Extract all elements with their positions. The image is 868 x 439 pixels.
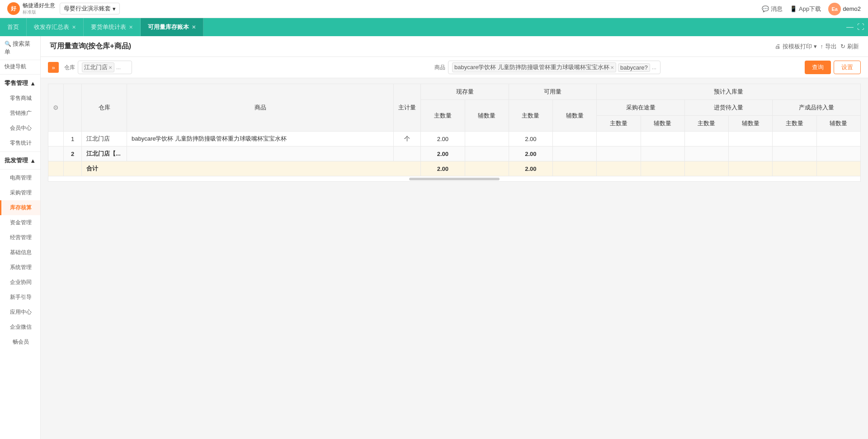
table-footer-row: 合计 2.00 2.00 [48,161,861,176]
col-incoming-main: 主数量 [684,116,728,132]
page-actions: 🖨 按模板打印 ▾ ↑ 导出 ↻ 刷新 [775,42,859,51]
row-purchase-main [597,146,641,161]
page-title: 可用量查询(按仓库+商品) [50,42,131,51]
sidebar-item-企业协同[interactable]: 企业协同 [0,275,40,290]
product-tag-1[interactable]: babycare学饮杯 儿童防摔防撞吸管杯重力球吸嘴杯宝宝水杯 ✕ [452,62,616,72]
tab-keyongliang[interactable]: 可用量库存账本 ✕ [141,18,203,36]
sidebar-section-批发管理[interactable]: 批发管理▲ [0,153,40,168]
scroll-bar[interactable] [48,176,861,182]
data-table: ⚙ 仓库 商品 主计量 现存量 可用量 预计入库量 主数量 辅数量 主数量 辅数… [48,84,861,176]
sidebar-item-采购管理[interactable]: 采购管理 [0,185,40,200]
message-btn[interactable]: 💬 消息 [762,5,783,13]
product-tag-1-remove[interactable]: ✕ [610,65,614,70]
sidebar-item-会员中心[interactable]: 会员中心 [0,121,40,136]
product-label: 商品 [434,64,445,71]
sidebar-item-畅会员[interactable]: 畅会员 [0,335,40,349]
message-icon: 💬 [762,5,769,12]
product-filter-group: 商品 babycare学饮杯 儿童防摔防撞吸管杯重力球吸嘴杯宝宝水杯 ✕ bab… [434,61,799,74]
row-stock-main: 2.00 [421,132,465,146]
row-avail-aux [553,132,597,146]
warehouse-input[interactable]: 江北门店 ✕ ... [78,61,132,74]
row-incoming-main [684,146,728,161]
tab-home[interactable]: 首页 [0,18,27,36]
col-gear[interactable]: ⚙ [48,84,64,132]
sidebar-item-零售统计[interactable]: 零售统计 [0,136,40,151]
row-gear[interactable] [48,132,64,146]
sidebar-item-基础信息[interactable]: 基础信息 [0,245,40,260]
sidebar-section-零售管理[interactable]: 零售管理▲ [0,76,40,91]
table-row: 1江北门店babycare学饮杯 儿童防摔防撞吸管杯重力球吸嘴杯宝宝水杯个2.0… [48,132,861,146]
row-purchase-aux [641,132,684,146]
row-unit [394,146,421,161]
col-planned-inbound: 预计入库量 [597,84,861,100]
tab-yaohuo-close[interactable]: ✕ [129,24,133,30]
warehouse-more[interactable]: ... [116,64,121,71]
warehouse-tag-1-remove[interactable]: ✕ [108,65,112,70]
row-production-main [773,146,816,161]
sidebar-quick-nav[interactable]: 快捷导航 [0,60,40,73]
message-label: 消息 [771,5,783,13]
row-stock-main: 2.00 [421,146,465,161]
sidebar-item-库存核算[interactable]: 库存核算 [0,200,40,215]
col-production: 产成品待入量 [773,100,861,116]
tab-yaohuo-label: 要货单统计表 [91,23,126,31]
warehouse-filter-group: 仓库 江北门店 ✕ ... [64,61,429,74]
row-num: 1 [64,132,82,146]
col-incoming-aux: 辅数量 [729,116,773,132]
col-purchase: 采购在途量 [597,100,685,116]
settings-button[interactable]: 设置 [834,61,861,74]
chevron-down-icon: ▾ [113,5,116,12]
sidebar-divider-1 [0,74,40,75]
top-bar: 好 畅捷通好生意 标准版 母婴行业演示账套 ▾ 💬 消息 📱 App下载 Ea … [0,0,868,18]
export-label: 导出 [825,42,837,51]
refresh-btn[interactable]: ↻ 刷新 [840,42,859,51]
print-label: 按模板打印 [783,42,812,51]
row-production-main [773,132,816,146]
product-input[interactable]: babycare学饮杯 儿童防摔防撞吸管杯重力球吸嘴杯宝宝水杯 ✕ babyca… [448,61,660,74]
row-avail-main: 2.00 [509,146,552,161]
warehouse-tag-1[interactable]: 江北门店 ✕ [82,62,114,72]
industry-selector[interactable]: 母婴行业演示账套 ▾ [60,3,120,14]
sidebar-search[interactable]: 🔍 搜索菜单 [0,36,40,60]
sidebar: 🔍 搜索菜单 快捷导航 零售管理▲ 零售商城 营销推广 会员中心 零售统计 批发… [0,36,41,439]
col-product: 商品 [127,84,394,132]
filter-bar: » 仓库 江北门店 ✕ ... 商品 babycare学饮杯 儿童防摔防撞吸管杯… [41,57,868,78]
logo-area: 好 畅捷通好生意 标准版 [7,2,55,15]
row-production-aux [816,132,860,146]
export-btn[interactable]: ↑ 导出 [821,42,837,51]
tab-shoufacun[interactable]: 收发存汇总表 ✕ [27,18,84,36]
maximize-btn[interactable]: ⛶ [857,23,864,31]
sidebar-item-新手引导[interactable]: 新手引导 [0,290,40,305]
sidebar-divider-2 [0,151,40,152]
sidebar-item-系统管理[interactable]: 系统管理 [0,260,40,275]
user-area[interactable]: Ea demo2 [828,3,861,15]
tab-yaohuo[interactable]: 要货单统计表 ✕ [84,18,141,36]
row-product: babycare学饮杯 儿童防摔防撞吸管杯重力球吸嘴杯宝宝水杯 [127,132,394,146]
sidebar-item-营销推广[interactable]: 营销推广 [0,106,40,121]
sidebar-item-资金管理[interactable]: 资金管理 [0,215,40,230]
expand-filter-btn[interactable]: » [48,62,59,73]
tab-shoufacun-label: 收发存汇总表 [34,23,69,31]
tab-shoufacun-close[interactable]: ✕ [72,24,76,30]
footer-incoming-aux [729,161,773,176]
chevron-down-icon-print: ▾ [814,43,817,50]
sidebar-item-电商管理[interactable]: 电商管理 [0,170,40,185]
footer-stock-aux [465,161,509,176]
product-tag-2[interactable]: babycare? [618,63,650,72]
col-production-aux: 辅数量 [816,116,860,132]
app-download-btn[interactable]: 📱 App下载 [790,5,821,13]
sidebar-item-经营管理[interactable]: 经营管理 [0,230,40,245]
col-unit: 主计量 [394,84,421,132]
query-button[interactable]: 查询 [805,61,831,74]
row-stock-aux [465,132,509,146]
table-container: ⚙ 仓库 商品 主计量 现存量 可用量 预计入库量 主数量 辅数量 主数量 辅数… [41,78,868,439]
sidebar-item-应用中心[interactable]: 应用中心 [0,305,40,320]
minimize-btn[interactable]: — [846,23,854,31]
sidebar-item-零售商城[interactable]: 零售商城 [0,91,40,106]
row-gear[interactable] [48,146,64,161]
tab-home-label: 首页 [7,23,19,31]
sidebar-item-企业微信[interactable]: 企业微信 [0,320,40,335]
print-btn[interactable]: 🖨 按模板打印 ▾ [775,42,817,51]
tab-keyongliang-close[interactable]: ✕ [192,24,196,30]
product-more[interactable]: ... [652,64,656,71]
